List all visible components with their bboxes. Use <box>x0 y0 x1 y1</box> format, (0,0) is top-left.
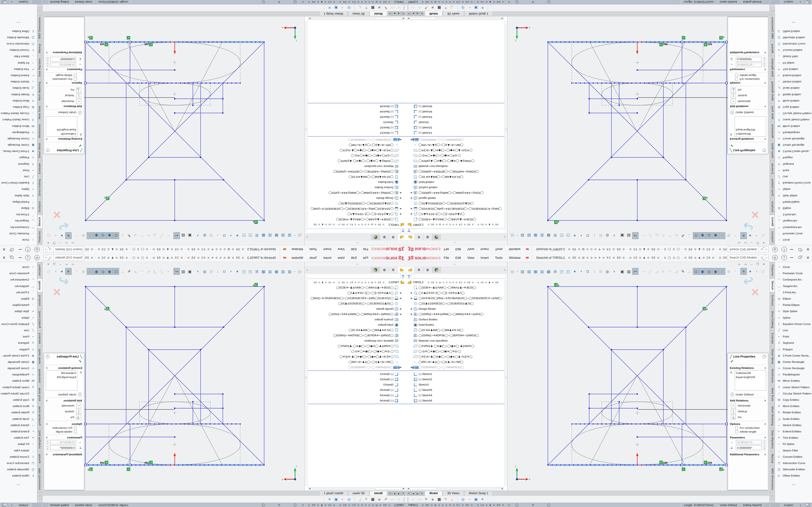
expand-caret-icon[interactable]: ▶ <box>399 313 401 315</box>
markup-flag-icon[interactable]: ⚑ <box>363 5 369 11</box>
view-30-icon[interactable]: ⊡ <box>693 232 699 239</box>
tool-mirror-entities[interactable]: ⋈Mirror Entities <box>0 378 37 384</box>
menu-view[interactable]: View <box>464 253 477 262</box>
tree-row-21[interactable]: (-) Sketch4 <box>409 109 504 114</box>
markup-eraser-icon[interactable]: ▱ <box>410 496 416 502</box>
tab-markup[interactable]: Markup <box>37 42 42 55</box>
swept-boss-icon[interactable]: ▦ <box>532 232 539 239</box>
lofted-boss-icon[interactable]: ▥ <box>539 232 545 239</box>
tab-markup[interactable]: Markup <box>770 42 775 55</box>
angle-parameter-input[interactable]: 0.00000000° <box>736 57 762 62</box>
sketch-ghost-5-icon[interactable]: ◠ <box>667 232 673 239</box>
extruded-cut-icon[interactable]: ⊞ <box>254 232 260 239</box>
save-icon[interactable]: ▣ <box>619 232 625 239</box>
checkbox-for-construction[interactable]: For construction <box>735 427 766 429</box>
tool-style-spline[interactable]: ∿Style Spline <box>0 308 37 314</box>
more-tools-chevron[interactable]: ⌄⌄ <box>0 483 37 486</box>
tool-convert-entities[interactable]: ⊂Convert Entities <box>0 47 37 53</box>
panel-expand-arrow[interactable]: › <box>504 267 507 273</box>
view-30-icon[interactable]: ⊡ <box>113 232 119 239</box>
relation-item[interactable]: Collinear108 <box>736 132 765 136</box>
tool-equation-driven-curve[interactable]: ƒEquation Driven Curve <box>775 321 812 327</box>
swept-cut-icon[interactable]: ● <box>234 268 241 275</box>
doc-control-2-icon[interactable]: ─ <box>751 241 753 244</box>
tree-row-1[interactable]: ▶◯Ʌ♟◎✛2Ƨ∘Ƹ◯∘◯Ƹ∘2Ƨ✛◎♟Ʌ◯ <box>409 290 504 295</box>
markup-lines-icon[interactable]: ≡ <box>376 5 383 11</box>
caret-down-icon-icon[interactable]: ▾ <box>516 268 519 275</box>
tool-style-spline[interactable]: ∿Style Spline <box>775 308 812 314</box>
cube-gray-icon[interactable]: ◻ <box>46 268 52 275</box>
tab-sketch[interactable]: Sketch <box>770 279 775 292</box>
tool-center-rectangle[interactable]: ▣Center Rectangle <box>775 142 812 148</box>
tree-row-3[interactable]: ◯2Ƨ♟◎2ƧИ3Ε2Ƨ◯∘◯2Ƨ3ΕИ2Ƨ◎♟2Ƨ◯ <box>308 201 403 206</box>
tree-row-22[interactable]: (-) Sketch6 <box>409 104 504 109</box>
markup-flag-icon[interactable]: ⚑ <box>443 5 449 11</box>
tool-corner-rectangle[interactable]: ▭Corner Rectangle <box>0 136 37 142</box>
tree-horizontal-scrollbar[interactable]: ◀ ▶ <box>406 487 504 490</box>
tree-row-9[interactable]: Σ◯2ƧИΝ◎∘✛ΑƱΡ3Ε◯∘◯3ΕΡƱΑ✛∘◎ΝИ2Ƨ◯ <box>308 169 403 174</box>
tab-direct-editing[interactable]: Direct Editing <box>770 309 775 330</box>
tool-intersection-curve[interactable]: ⋂Intersection Curve <box>0 460 37 466</box>
schedule-clock-icon[interactable]: ◔ <box>466 5 473 11</box>
view-pointer-icon[interactable]: ∴ <box>719 268 725 275</box>
tool-stretch-entities[interactable]: ↔Stretch Entities <box>0 79 37 85</box>
search-caret-icon[interactable]: ▾ <box>44 246 47 252</box>
search-input[interactable]: Search CAD Models ▾ <box>44 255 84 261</box>
menu-edit[interactable]: Edit <box>452 245 464 254</box>
tree-row-15[interactable]: ▶◯2Ƨ3ΕИΝΑƱ·◯∘◯·ƱΑΝИ3Ε2Ƨ◯ <box>409 364 504 370</box>
tree-row-17[interactable]: (-) Sketch1 <box>409 130 504 136</box>
tool-ellipse[interactable]: ◎Ellipse <box>0 205 37 212</box>
line-handles[interactable] <box>681 41 727 84</box>
lofted-cut-icon[interactable]: ◗ <box>578 268 585 275</box>
ok-button[interactable]: ✔ <box>730 144 766 148</box>
tool-segment[interactable]: #Segment <box>0 340 37 346</box>
sketch-geometry[interactable] <box>86 287 264 465</box>
tool-equation-driven-curve[interactable]: ƒEquation Driven Curve <box>0 321 37 327</box>
menu-window[interactable]: Window <box>288 253 306 262</box>
schedule-clock-icon[interactable]: ◔ <box>466 496 473 502</box>
markup-table-icon[interactable]: ▦ <box>369 5 376 11</box>
tree-row-15[interactable]: ▶◯2Ƨ3ΕИΝΑƱ·◯∘◯·ƱΑΝИ3Ε2Ƨ◯ <box>409 137 504 143</box>
menu-insert[interactable]: Insert <box>320 253 335 262</box>
relations-listbox[interactable]: Collinear108Equal length109 <box>46 370 77 391</box>
markup-eraser-icon[interactable]: ▱ <box>396 496 402 502</box>
restore-button[interactable] <box>799 257 801 259</box>
relation-item[interactable]: Equal length109 <box>736 128 765 132</box>
tool-point[interactable]: ▪Point <box>0 167 37 174</box>
tool-perimeter-circle[interactable]: ◌Perimeter Circle <box>775 231 812 237</box>
tree-row-2[interactable]: ▶◯2Ƨ✛3Ε2Ƨ◯ИΝ◎∘✛ⅩC3ΕИ3Ε2Ƨ◯∘◯2Ƨ3ΕИ3ΕⅩC✛∘◎Ν… <box>409 206 504 212</box>
tree-row-15[interactable]: ▶◯2Ƨ3ΕИΝΑƱ·◯∘◯·ƱΑΝИ3Ε2Ƨ◯ <box>308 364 403 370</box>
tool-spline[interactable]: ≈Spline <box>775 315 812 321</box>
tool-scale-entities[interactable]: ◿Scale Entities <box>0 416 37 422</box>
pin-icon[interactable]: 📌 <box>282 255 288 260</box>
tree-row-14[interactable]: ∟◯ИΝ∘ɔ6∘♟◎◯∘◯◎♟∘6ɔ∘ΝИ◯ <box>409 359 504 364</box>
ok-button[interactable]: ✔ <box>46 359 82 363</box>
rebuild-pressed-icon[interactable]: ↩ <box>632 232 639 239</box>
tree-horizontal-scrollbar[interactable]: ◀ ▶ <box>406 17 504 20</box>
search-icon[interactable] <box>759 255 765 261</box>
eye-caret-icon[interactable]: ◔ <box>732 232 738 239</box>
confirm-cancel-icon[interactable]: ✕ <box>751 286 760 298</box>
checkbox-infinite-length[interactable]: Infinite length <box>46 430 77 433</box>
tool-convert-entities[interactable]: ⊂Convert Entities <box>0 454 37 460</box>
doc-control-0-icon[interactable]: ▭ <box>71 263 74 266</box>
confirm-cancel-icon[interactable]: ✕ <box>52 286 61 298</box>
extruded-cut-icon[interactable]: ⊞ <box>552 268 558 275</box>
confirm-cancel-icon[interactable]: ✕ <box>751 209 760 221</box>
sketch-ghost-6-icon[interactable]: ⊿ <box>673 268 679 275</box>
spinner[interactable]: ▲▼ <box>46 57 49 62</box>
tree-row-0[interactable]: ★◯2Ƨ3Ε✛∘♟◎ΛΑΦ◯∘◯ΦΑΛ◎♟∘✛3Ε2Ƨ◯ <box>308 217 403 222</box>
sketch-ghost-6-icon[interactable]: ⊿ <box>673 232 679 239</box>
boundary-cut-icon[interactable]: ◘ <box>221 232 227 239</box>
settings-gear-icon[interactable]: ✳ <box>479 496 486 502</box>
model-tab-3d-views[interactable]: 3D Views <box>348 11 369 16</box>
extruded-boss-icon[interactable]: ▧ <box>286 268 293 275</box>
tab-nav-icon[interactable]: ◀ <box>411 12 415 15</box>
settings-gear-icon[interactable]: ✳ <box>479 5 486 11</box>
tree-row-0[interactable]: ★◯2Ƨ3Ε✛∘♟◎ΛΑΦ◯∘◯ΦΑΛ◎♟∘✛3Ε2Ƨ◯ <box>409 285 504 290</box>
relation-check-tag[interactable]: ✓ <box>682 36 685 39</box>
tool-perimeter-circle[interactable]: ◌Perimeter Circle <box>0 231 37 237</box>
extruded-boss-icon[interactable]: ▧ <box>519 268 526 275</box>
tab-mesh-modeling[interactable]: Mesh Modeling <box>770 404 775 428</box>
user-account-icon[interactable]: ◎ <box>34 247 40 252</box>
